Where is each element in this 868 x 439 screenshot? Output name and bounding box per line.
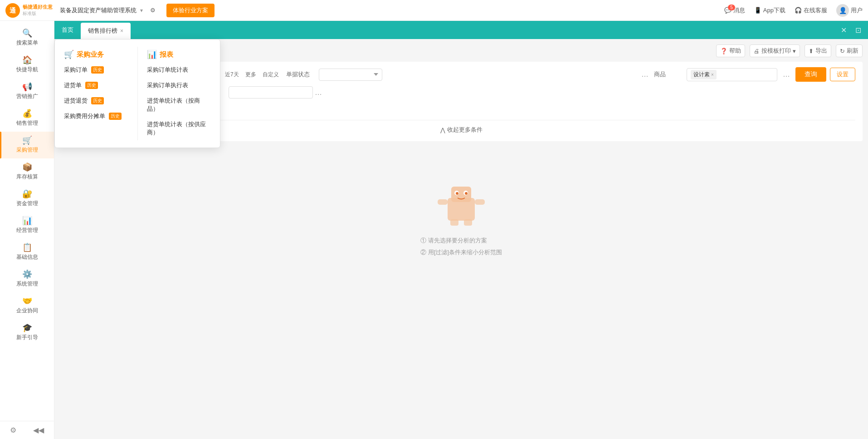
dropdown-item-order-exec[interactable]: 采购订单执行表 bbox=[138, 78, 220, 93]
print-btn[interactable]: 🖨 按模板打印 ▾ bbox=[750, 44, 800, 57]
report-col-icon: 📊 bbox=[147, 49, 157, 59]
megaphone-icon: 📢 bbox=[22, 83, 32, 91]
purchase-col-icon: 🛒 bbox=[64, 49, 74, 59]
purchase-col-title: 🛒 采购业务 bbox=[55, 47, 137, 62]
sidebar-settings-icon[interactable]: ⚙ bbox=[10, 426, 16, 434]
sidebar-item-basic-info[interactable]: 📋 基础信息 bbox=[0, 239, 54, 266]
graduation-icon: 🎓 bbox=[22, 324, 32, 332]
goods-tag-close[interactable]: × bbox=[711, 72, 714, 77]
print-icon: 🖨 bbox=[754, 48, 760, 54]
dropdown-item-label: 进货单统计表（按供应商） bbox=[147, 120, 211, 137]
sidebar-item-enterprise[interactable]: 🤝 企业协同 bbox=[0, 292, 54, 319]
tab-home[interactable]: 首页 bbox=[54, 21, 81, 39]
report-col-title: 📊 报表 bbox=[138, 47, 220, 62]
sidebar-item-label: 新手引导 bbox=[16, 334, 38, 341]
tab-sales-rank-label: 销售排行榜 bbox=[88, 27, 117, 35]
salesperson-dots[interactable]: … bbox=[315, 89, 322, 97]
app-download-label: App下载 bbox=[763, 6, 785, 15]
refresh-btn[interactable]: ↻ 刷新 bbox=[836, 44, 863, 57]
empty-illustration bbox=[434, 182, 488, 227]
sidebar-item-search[interactable]: 🔍 搜索菜单 bbox=[0, 25, 54, 51]
nav-dropdown-arrow[interactable]: ▾ bbox=[140, 7, 143, 14]
status-dots[interactable]: … bbox=[641, 70, 649, 79]
svg-rect-11 bbox=[464, 219, 472, 226]
settings-btn[interactable]: 设置 bbox=[830, 68, 855, 81]
empty-state: 请先选择要分析的方案 用[过滤]条件来缩小分析范围 bbox=[60, 146, 863, 295]
dropdown-item-label: 进货单 bbox=[64, 81, 82, 89]
online-service-btn[interactable]: 🎧 在线客服 bbox=[795, 6, 827, 15]
dropdown-item-goods-stats-by-supplier[interactable]: 进货单统计表（按供应商） bbox=[138, 117, 220, 140]
export-icon: ⬆ bbox=[809, 48, 814, 54]
dropdown-menu: 🛒 采购业务 采购订单 历史 进货单 历史 进货退货 历史 采购费用分摊单 历史… bbox=[54, 39, 220, 148]
tab-close-btn[interactable]: ✕ bbox=[837, 24, 850, 36]
dropdown-item-order-stats[interactable]: 采购订单统计表 bbox=[138, 62, 220, 78]
tab-close-icon[interactable]: × bbox=[120, 28, 123, 34]
svg-point-7 bbox=[465, 192, 468, 195]
dropdown-item-purchase-goods[interactable]: 进货单 历史 bbox=[55, 78, 137, 93]
app-download-btn[interactable]: 📱 App下载 bbox=[754, 6, 785, 15]
date-7days-btn[interactable]: 近7天 bbox=[223, 70, 241, 79]
history-badge: 历史 bbox=[91, 97, 104, 104]
tab-restore-btn[interactable]: ⊡ bbox=[852, 24, 864, 36]
sidebar-item-marketing[interactable]: 📢 营销推广 bbox=[0, 78, 54, 105]
nav-settings-icon[interactable]: ⚙ bbox=[146, 4, 159, 17]
gear-icon: ⚙️ bbox=[22, 270, 32, 278]
sidebar: 🔍 搜索菜单 🏠 快捷导航 📢 营销推广 💰 销售管理 🛒 采购管理 📦 库存核… bbox=[0, 21, 54, 439]
sidebar-item-quick-nav[interactable]: 🏠 快捷导航 bbox=[0, 51, 54, 78]
dropdown-item-label: 采购订单执行表 bbox=[147, 81, 188, 89]
sidebar-item-guide[interactable]: 🎓 新手引导 bbox=[0, 319, 54, 346]
sidebar-item-system[interactable]: ⚙️ 系统管理 bbox=[0, 266, 54, 292]
date-quick-buttons: 近7天 更多 自定义 bbox=[223, 70, 281, 79]
export-btn[interactable]: ⬆ 导出 bbox=[805, 44, 831, 57]
sidebar-item-label: 基础信息 bbox=[16, 253, 38, 261]
sidebar-item-inventory[interactable]: 📦 库存核算 bbox=[0, 158, 54, 185]
help-label: 帮助 bbox=[729, 47, 741, 55]
export-label: 导出 bbox=[815, 47, 827, 55]
salesperson-input[interactable] bbox=[229, 86, 313, 99]
dropdown-item-label: 进货单统计表（按商品） bbox=[147, 97, 211, 113]
goods-tag-value: 设计素 bbox=[693, 71, 710, 79]
dropdown-item-goods-stats-by-product[interactable]: 进货单统计表（按商品） bbox=[138, 93, 220, 117]
industry-btn[interactable]: 体验行业方案 bbox=[166, 4, 215, 17]
refresh-label: 刷新 bbox=[847, 47, 858, 55]
avatar: 👤 bbox=[836, 4, 849, 17]
history-badge: 历史 bbox=[109, 113, 122, 120]
sidebar-collapse-icon[interactable]: ◀◀ bbox=[33, 426, 44, 434]
money-icon: 💰 bbox=[22, 109, 32, 118]
online-service-label: 在线客服 bbox=[804, 6, 827, 15]
collapse-up-icon: ⋀ bbox=[440, 127, 445, 133]
tab-sales-rank[interactable]: 销售排行榜 × bbox=[81, 23, 131, 39]
user-btn[interactable]: 👤 用户 bbox=[836, 4, 863, 17]
help-btn[interactable]: ❓ 帮助 bbox=[716, 44, 745, 57]
dropdown-item-purchase-order[interactable]: 采购订单 历史 bbox=[55, 62, 137, 78]
print-arrow[interactable]: ▾ bbox=[793, 48, 796, 54]
sidebar-item-label: 库存核算 bbox=[16, 173, 38, 181]
sidebar-item-capital[interactable]: 🔐 资金管理 bbox=[0, 185, 54, 212]
goods-tag-input[interactable]: 设计素 × bbox=[687, 68, 777, 81]
status-select[interactable] bbox=[319, 69, 382, 81]
date-more-btn[interactable]: 更多 bbox=[244, 70, 258, 79]
query-btn[interactable]: 查询 bbox=[795, 67, 826, 82]
handshake-icon: 🤝 bbox=[22, 297, 32, 305]
dropdown-item-purchase-return[interactable]: 进货退货 历史 bbox=[55, 93, 137, 109]
goods-label: 商品 bbox=[654, 70, 681, 79]
sidebar-item-operations[interactable]: 📊 经营管理 bbox=[0, 212, 54, 239]
sidebar-item-purchase[interactable]: 🛒 采购管理 bbox=[0, 132, 54, 158]
system-title: 装备及固定资产辅助管理系统 bbox=[60, 6, 137, 15]
dropdown-item-label: 采购订单 bbox=[64, 66, 88, 74]
message-btn[interactable]: 💬 5 消息 bbox=[724, 6, 745, 15]
empty-tip-2: 用[过滤]条件来缩小分析范围 bbox=[420, 247, 502, 258]
phone-icon: 📱 bbox=[754, 7, 761, 14]
report-col: 📊 报表 采购订单统计表 采购订单执行表 进货单统计表（按商品） 进货单统计表（… bbox=[138, 43, 220, 144]
purchase-col-label: 采购业务 bbox=[77, 50, 104, 59]
dropdown-item-purchase-cost[interactable]: 采购费用分摊单 历史 bbox=[55, 109, 137, 124]
sidebar-item-sales[interactable]: 💰 销售管理 bbox=[0, 105, 54, 132]
tabs-bar: 首页 销售排行榜 × ✕ ⊡ bbox=[54, 21, 868, 39]
chart-icon: 📊 bbox=[22, 217, 32, 225]
user-label: 用户 bbox=[851, 6, 863, 15]
logo-sub: 标准版 bbox=[23, 10, 53, 17]
svg-rect-10 bbox=[450, 219, 458, 226]
collapse-btn[interactable]: ⋀ 收起更多条件 bbox=[439, 124, 484, 136]
date-custom-btn[interactable]: 自定义 bbox=[261, 70, 281, 79]
goods-dots[interactable]: … bbox=[783, 70, 790, 79]
